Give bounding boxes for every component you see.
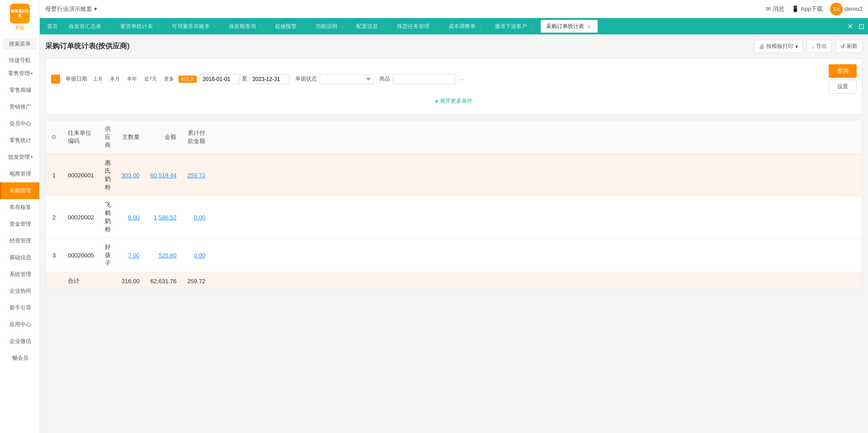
user-profile[interactable]: Ea demo2 (830, 3, 863, 15)
tab-close-icon[interactable]: ✕ (431, 23, 438, 29)
dropdown-arrow-icon: ▾ (94, 5, 97, 12)
tab-close-icon[interactable]: ✕ (258, 23, 264, 29)
topbar: 母婴行业演示账套 ▾ ✉ 消息 📱 App下载 Ea demo2 (40, 0, 868, 18)
row-paid[interactable]: 259.72 (182, 154, 211, 196)
row-paid[interactable]: 0.00 (182, 196, 211, 238)
sidebar-search-area[interactable]: 搜索菜单 (0, 35, 39, 54)
row-paid[interactable]: 0.00 (182, 238, 211, 272)
sidebar-item-0[interactable]: 零售管理▾ (0, 65, 39, 82)
date-to-input[interactable] (249, 74, 290, 84)
tab-label: 收发存汇总表 (69, 23, 101, 30)
tab-close-icon[interactable]: ✕ (298, 23, 305, 29)
tab-label: 功能说明 (316, 23, 337, 30)
row-qty[interactable]: 7.00 (116, 238, 145, 272)
tab-close-icon[interactable]: ✕ (529, 23, 535, 29)
collapse-filter-btn[interactable]: ‹ (51, 75, 60, 84)
sidebar-item-1[interactable]: 零售商城 (0, 82, 39, 99)
topbar-left: 母婴行业演示账套 ▾ (45, 5, 97, 13)
sidebar-logo: 畅捷通好生意 标版 (0, 0, 39, 35)
sidebar-item-17[interactable]: 畅会员 (0, 350, 39, 366)
tab-close-icon[interactable]: ✕ (103, 23, 109, 29)
sidebar-item-label: 应用中心 (9, 321, 31, 328)
industry-selector[interactable]: 母婴行业演示账套 ▾ (45, 5, 97, 13)
row-amount[interactable]: 1,586.52 (145, 196, 182, 238)
sidebar-item-10[interactable]: 经营管理 (0, 233, 39, 249)
sidebar-item-2[interactable]: 营销推广 (0, 99, 39, 115)
message-btn[interactable]: ✉ 消息 (766, 5, 784, 13)
sidebar-item-12[interactable]: 系统管理 (0, 266, 39, 283)
search-menu-btn[interactable]: 搜索菜单 (3, 38, 37, 50)
tab-4[interactable]: 保质期查询✕ (223, 20, 269, 33)
sidebar-item-6[interactable]: 电商管理 (0, 166, 39, 182)
tab-1[interactable]: 收发存汇总表✕ (63, 20, 115, 33)
tab-label: 要货单统计表 (120, 23, 153, 30)
sidebar-item-label: 电商管理 (9, 170, 31, 178)
sidebar-item-3[interactable]: 会员中心 (0, 115, 39, 132)
shortcut-7days[interactable]: 近7天 (142, 75, 160, 83)
app-logo-icon: 畅捷通好生意 (10, 4, 30, 24)
goods-input[interactable] (393, 74, 456, 84)
shortcut-this-year[interactable]: 本年 (124, 75, 140, 83)
table-settings-icon[interactable]: ⚙ (51, 133, 57, 141)
restore-btn[interactable]: ⊡ (857, 22, 866, 31)
goods-more-icon[interactable]: ··· (459, 76, 464, 83)
sidebar-item-8[interactable]: 库存核算 (0, 199, 39, 216)
shortcut-prev-month[interactable]: 上月 (90, 75, 105, 83)
row-amount[interactable]: 60,519.44 (145, 154, 182, 196)
tab-close-icon[interactable]: ✕ (380, 23, 386, 29)
row-amount[interactable]: 525.80 (145, 238, 182, 272)
sidebar-item-4[interactable]: 零售统计 (0, 132, 39, 149)
tab-5[interactable]: 超储预警✕ (269, 20, 310, 33)
sidebar-item-13[interactable]: 企业协同 (0, 283, 39, 300)
close-all-tabs-btn[interactable]: ✕ (845, 22, 855, 31)
tab-11[interactable]: 采购订单统计表✕ (541, 20, 598, 33)
sidebar-item-label: 采购管理 (9, 187, 31, 195)
sidebar-item-11[interactable]: 基础信息 (0, 249, 39, 266)
tab-close-icon[interactable]: ✕ (155, 23, 161, 29)
tab-8[interactable]: 拣货任务管理✕ (392, 20, 443, 33)
quick-nav-btn[interactable]: 快捷导航 (0, 54, 39, 65)
table-row: 1 00020001 惠氏奶粉 303.00 60,519.44 259.72 (46, 154, 862, 196)
app-download-btn[interactable]: 📱 App下载 (792, 5, 823, 13)
row-code: 00020002 (62, 196, 99, 238)
export-btn[interactable]: ↓ 导出 (807, 40, 832, 53)
sidebar-item-5[interactable]: 批发管理▾ (0, 149, 39, 166)
expand-more-btn[interactable]: ▾ 展开更多条件 (435, 97, 472, 105)
table-row: 2 00020002 飞鹤奶粉 6.00 1,586.52 0.00 (46, 196, 862, 238)
tab-close-icon[interactable]: ✕ (586, 23, 592, 29)
main-area: 母婴行业演示账套 ▾ ✉ 消息 📱 App下载 Ea demo2 首页收发存汇总… (40, 0, 868, 433)
sidebar-item-label: 基础信息 (9, 254, 31, 262)
tab-6[interactable]: 功能说明✕ (310, 20, 351, 33)
sidebar-item-label: 企业协同 (9, 287, 31, 295)
print-btn[interactable]: 🖨 按模板打印 ▾ (754, 40, 803, 53)
tab-close-icon[interactable]: ✕ (212, 23, 218, 29)
tab-9[interactable]: 成本调整单✕ (443, 20, 489, 33)
settings-btn[interactable]: 设置 (829, 80, 857, 94)
refresh-btn[interactable]: ↺ 刷新 (835, 40, 863, 53)
status-select[interactable] (320, 74, 374, 84)
shortcut-more[interactable]: 更多 (161, 75, 177, 83)
date-from-input[interactable] (199, 74, 240, 84)
sidebar-item-label: 会员中心 (9, 120, 31, 128)
tab-3[interactable]: 可用量库存账本✕ (166, 20, 223, 33)
sidebar-item-7[interactable]: 采购管理 (0, 182, 39, 199)
row-qty[interactable]: 6.00 (116, 196, 145, 238)
footer-empty1 (46, 272, 62, 290)
tab-10[interactable]: 邀请下游客户✕ (489, 20, 541, 33)
sidebar-item-14[interactable]: 新手引导 (0, 300, 39, 316)
tab-close-icon[interactable]: ✕ (477, 23, 484, 29)
tab-0[interactable]: 首页 (42, 20, 63, 33)
sidebar-item-15[interactable]: 应用中心 (0, 316, 39, 333)
sidebar-item-label: 资金管理 (9, 220, 31, 228)
search-btn[interactable]: 查询 (829, 64, 857, 78)
sidebar-item-16[interactable]: 企业微信 (0, 333, 39, 350)
goods-filter-item: 商品 ··· (379, 74, 464, 84)
sidebar-item-label: 零售管理 (8, 70, 30, 77)
search-actions: 查询 设置 (829, 64, 857, 94)
shortcut-this-month[interactable]: 本月 (107, 75, 123, 83)
tab-7[interactable]: 配置信息✕ (351, 20, 392, 33)
tab-close-icon[interactable]: ✕ (339, 23, 345, 29)
sidebar-item-9[interactable]: 资金管理 (0, 216, 39, 233)
row-qty[interactable]: 303.00 (116, 154, 145, 196)
tab-2[interactable]: 要货单统计表✕ (115, 20, 166, 33)
